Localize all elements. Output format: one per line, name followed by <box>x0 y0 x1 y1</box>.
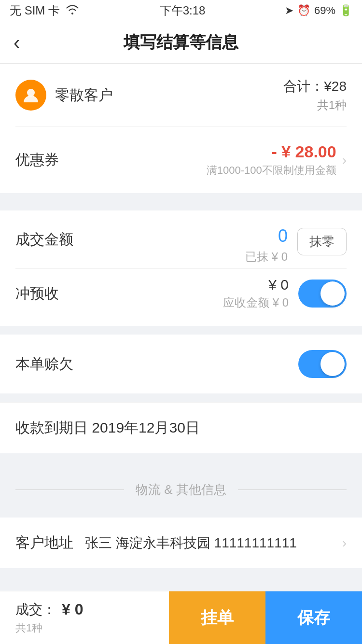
status-left: 无 SIM 卡 <box>10 3 80 18</box>
coupon-amount: - ¥ 28.00 <box>207 142 336 161</box>
logistics-line-left <box>15 490 124 490</box>
battery-icon: 🔋 <box>339 4 352 17</box>
amount-sub: 已抹 ¥ 0 <box>245 249 288 265</box>
customer-name: 零散客户 <box>55 85 113 105</box>
prepay-right: ¥ 0 应收金额 ¥ 0 <box>223 277 347 310</box>
due-date-text: 收款到期日 2019年12月30日 <box>15 420 200 435</box>
prepay-row: 冲预收 ¥ 0 应收金额 ¥ 0 <box>0 269 362 326</box>
prepay-label: 冲预收 <box>15 284 59 304</box>
address-label: 客户地址 <box>15 533 73 553</box>
customer-left: 零散客户 <box>15 80 113 111</box>
bottom-deal-label: 成交： <box>15 601 56 619</box>
credit-toggle-knob <box>320 352 345 376</box>
carrier-text: 无 SIM 卡 <box>10 3 60 18</box>
prepay-value-block: ¥ 0 应收金额 ¥ 0 <box>223 277 289 310</box>
customer-right: 合计：¥28 共1种 <box>283 77 347 113</box>
amount-right: 0 已抹 ¥ 0 抹零 <box>245 226 347 265</box>
bottom-count: 共1种 <box>15 621 153 635</box>
amount-label: 成交金额 <box>15 226 73 250</box>
back-button[interactable]: ‹ <box>14 33 20 52</box>
section-divider-1 <box>0 202 362 210</box>
toggle-knob <box>320 281 345 306</box>
logistics-line-right <box>238 490 347 490</box>
nav-bar: ‹ 填写结算等信息 <box>0 21 362 64</box>
section-divider-2 <box>0 326 362 335</box>
time-text: 下午3:18 <box>160 3 206 18</box>
round-button[interactable]: 抹零 <box>297 228 347 255</box>
due-date-row: 收款到期日 2019年12月30日 <box>0 402 362 453</box>
coupon-desc: 满1000-100不限制使用金额 <box>207 163 336 178</box>
customer-section: 零散客户 合计：¥28 共1种 优惠券 - ¥ 28.00 满1000-100不… <box>0 64 362 193</box>
credit-toggle[interactable] <box>298 350 347 378</box>
amount-value-block: 0 已抹 ¥ 0 <box>245 226 288 265</box>
bottom-deal-row: 成交： ¥ 0 <box>15 601 153 619</box>
prepay-sub: 应收金额 ¥ 0 <box>223 295 289 310</box>
total-count: 共1种 <box>283 98 347 113</box>
coupon-label: 优惠券 <box>15 150 59 170</box>
amount-row: 成交金额 0 已抹 ¥ 0 抹零 <box>0 210 362 268</box>
status-bar: 无 SIM 卡 下午3:18 ➤ ⏰ 69% 🔋 <box>0 0 362 21</box>
avatar <box>15 80 46 111</box>
credit-label: 本单赊欠 <box>15 354 73 374</box>
amount-value[interactable]: 0 <box>245 226 288 246</box>
coupon-right: - ¥ 28.00 满1000-100不限制使用金额 › <box>207 142 347 178</box>
total-amount: 合计：¥28 <box>283 77 347 96</box>
page-title: 填写结算等信息 <box>124 31 238 54</box>
status-right: ➤ ⏰ 69% 🔋 <box>285 4 352 17</box>
bottom-deal-amount: ¥ 0 <box>62 601 83 618</box>
customer-row: 零散客户 合计：¥28 共1种 <box>0 64 362 126</box>
bottom-summary: 成交： ¥ 0 共1种 <box>0 601 169 635</box>
wifi-icon <box>65 4 80 17</box>
address-row[interactable]: 客户地址 张三 海淀永丰科技园 11111111111 › <box>0 518 362 568</box>
prepay-amount: ¥ 0 <box>223 277 289 293</box>
logistics-text: 物流 & 其他信息 <box>136 481 226 498</box>
alarm-icon: ⏰ <box>297 4 310 17</box>
logistics-divider: 物流 & 其他信息 <box>0 471 362 509</box>
coupon-value-block: - ¥ 28.00 满1000-100不限制使用金额 <box>207 142 336 178</box>
save-button[interactable]: 保存 <box>265 591 362 644</box>
svg-point-0 <box>27 89 35 97</box>
hang-button[interactable]: 挂单 <box>169 591 265 644</box>
credit-section: 本单赊欠 <box>0 335 362 393</box>
address-value: 张三 海淀永丰科技园 11111111111 <box>85 534 342 552</box>
address-chevron-icon: › <box>342 535 347 551</box>
chevron-right-icon: › <box>342 153 347 168</box>
section-divider-3 <box>0 462 362 471</box>
bottom-bar: 成交： ¥ 0 共1种 挂单 保存 <box>0 591 362 644</box>
coupon-row[interactable]: 优惠券 - ¥ 28.00 满1000-100不限制使用金额 › <box>0 127 362 193</box>
battery-text: 69% <box>314 4 335 17</box>
transaction-section: 成交金额 0 已抹 ¥ 0 抹零 冲预收 ¥ 0 应收金额 ¥ 0 <box>0 210 362 326</box>
location-icon: ➤ <box>285 4 293 17</box>
prepay-toggle[interactable] <box>298 280 347 308</box>
